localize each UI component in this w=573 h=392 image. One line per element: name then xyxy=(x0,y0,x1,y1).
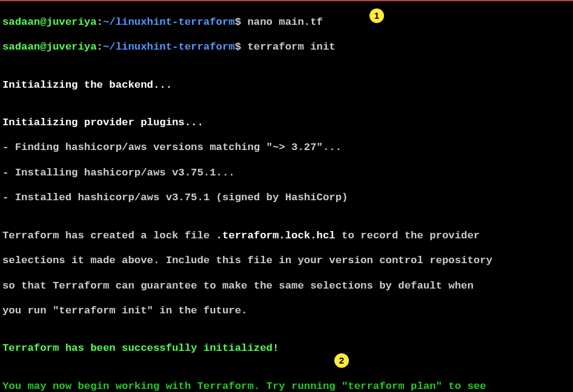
output-lockfile-3: so that Terraform can guarantee to make … xyxy=(2,280,571,293)
output-installing: - Installing hashicorp/aws v3.75.1... xyxy=(2,167,571,180)
prompt-path: ~/linuxhint-terraform xyxy=(103,16,235,28)
output-lockfile-1: Terraform has created a lock file .terra… xyxy=(2,230,571,243)
init-plugins-heading: Initializing provider plugins... xyxy=(2,117,571,129)
annotation-badge-1: 1 xyxy=(368,7,385,24)
prompt-user: sadaan@juveriya xyxy=(2,16,97,28)
hint-line-1: You may now begin working with Terraform… xyxy=(2,381,571,393)
output-installed: - Installed hashicorp/aws v3.75.1 (signe… xyxy=(2,192,571,204)
output-lockfile-4: you run "terraform init" in the future. xyxy=(2,305,571,318)
command-terraform-init: terraform init xyxy=(247,41,335,53)
success-message: Terraform has been successfully initiali… xyxy=(2,342,571,355)
output-finding: - Finding hashicorp/aws versions matchin… xyxy=(2,142,571,154)
output-lockfile-2: selections it made above. Include this f… xyxy=(2,255,571,267)
init-backend-heading: Initializing the backend... xyxy=(2,79,571,92)
prompt-line-1: sadaan@juveriya:~/linuxhint-terraform$ n… xyxy=(2,16,571,29)
prompt-line-2: sadaan@juveriya:~/linuxhint-terraform$ t… xyxy=(2,41,571,54)
command-nano: nano main.tf xyxy=(247,16,322,28)
annotation-badge-2: 2 xyxy=(333,352,350,369)
terminal-output[interactable]: sadaan@juveriya:~/linuxhint-terraform$ n… xyxy=(2,4,571,392)
